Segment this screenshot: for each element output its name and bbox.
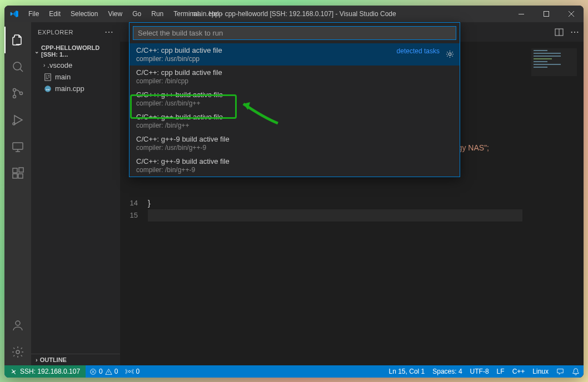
chevron-right-icon: › bbox=[36, 356, 38, 363]
task-primary: C/C++: g++-9 build active file bbox=[136, 135, 453, 143]
svg-rect-0 bbox=[519, 14, 524, 14]
task-secondary: compiler: /usr/bin/g++-9 bbox=[136, 144, 453, 152]
svg-point-20 bbox=[449, 53, 451, 56]
quick-input-picker: C/C++: cpp build active file compiler: /… bbox=[129, 22, 460, 177]
window-controls bbox=[509, 6, 584, 22]
remote-explorer-icon[interactable] bbox=[4, 133, 31, 160]
file-main-cpp[interactable]: ++ main.cpp bbox=[31, 83, 120, 94]
os-indicator[interactable]: Linux bbox=[529, 365, 552, 378]
svg-point-2 bbox=[13, 62, 21, 70]
ports-count: 0 bbox=[136, 368, 139, 375]
task-primary: C/C++: cpp build active file bbox=[136, 68, 453, 77]
task-primary: C/C++: g++ build active file bbox=[136, 91, 453, 99]
project-root[interactable]: ⌄ CPP-HELLOWORLD [SSH: 1... bbox=[31, 43, 120, 59]
explorer-tree: ⌄ CPP-HELLOWORLD [SSH: 1... › .vscode ma… bbox=[31, 42, 120, 96]
error-count: 0 bbox=[99, 368, 103, 375]
project-name: CPP-HELLOWORLD [SSH: 1... bbox=[41, 44, 117, 58]
svg-point-3 bbox=[13, 89, 16, 92]
outline-label: OUTLINE bbox=[40, 356, 67, 363]
task-secondary: compiler: /bin/g++ bbox=[136, 122, 453, 129]
explorer-icon[interactable] bbox=[4, 27, 31, 53]
extensions-icon[interactable] bbox=[4, 160, 31, 187]
maximize-button[interactable] bbox=[534, 6, 559, 22]
menu-file[interactable]: File bbox=[24, 8, 43, 20]
warning-count: 0 bbox=[114, 368, 118, 375]
indentation[interactable]: Spaces: 4 bbox=[428, 365, 466, 378]
task-item[interactable]: C/C++: cpp build active file compiler: /… bbox=[129, 66, 460, 88]
notifications-icon[interactable] bbox=[568, 365, 584, 378]
problems-indicator[interactable]: 0 0 bbox=[86, 365, 122, 378]
task-item[interactable]: C/C++: g++-9 build active file compiler:… bbox=[129, 132, 460, 154]
file-label: .vscode bbox=[47, 61, 72, 69]
eol[interactable]: LF bbox=[493, 365, 509, 378]
cursor-position[interactable]: Ln 15, Col 1 bbox=[385, 365, 429, 378]
menu-edit[interactable]: Edit bbox=[44, 8, 65, 20]
svg-point-12 bbox=[16, 321, 20, 325]
svg-rect-14 bbox=[45, 73, 51, 80]
svg-rect-10 bbox=[18, 174, 23, 178]
sidebar-header: EXPLORER ⋯ bbox=[31, 22, 120, 42]
ports-indicator[interactable]: 0 bbox=[122, 365, 143, 378]
sidebar-more-icon[interactable]: ⋯ bbox=[104, 27, 114, 37]
outline-section[interactable]: › OUTLINE bbox=[31, 354, 120, 365]
titlebar: File Edit Selection View Go Run Terminal… bbox=[4, 6, 584, 22]
chevron-right-icon: › bbox=[43, 62, 45, 68]
task-secondary: compiler: /bin/g++-9 bbox=[136, 166, 453, 174]
sidebar: EXPLORER ⋯ ⌄ CPP-HELLOWORLD [SSH: 1... ›… bbox=[31, 22, 120, 365]
search-icon[interactable] bbox=[4, 53, 31, 80]
file-label: main.cpp bbox=[55, 84, 84, 93]
minimap[interactable] bbox=[522, 42, 584, 365]
task-item[interactable]: C/C++: g++ build active file compiler: /… bbox=[129, 110, 460, 132]
binary-file-icon bbox=[43, 73, 52, 81]
svg-point-5 bbox=[20, 92, 23, 95]
feedback-icon[interactable] bbox=[552, 365, 568, 378]
task-item[interactable]: C/C++: g++-9 build active file compiler:… bbox=[129, 154, 460, 177]
settings-gear-icon[interactable] bbox=[4, 339, 31, 365]
active-line-highlight bbox=[148, 209, 522, 222]
file-label: main bbox=[55, 73, 71, 81]
language-mode[interactable]: C++ bbox=[509, 365, 529, 378]
line-number: 14 bbox=[120, 197, 138, 209]
task-secondary: compiler: /usr/bin/cpp bbox=[136, 55, 453, 63]
close-button[interactable] bbox=[559, 6, 584, 22]
detected-tasks-label: detected tasks bbox=[397, 47, 440, 55]
run-debug-icon[interactable] bbox=[4, 107, 31, 133]
source-control-icon[interactable] bbox=[4, 80, 31, 107]
quick-input-field[interactable] bbox=[133, 26, 456, 40]
window-title: main.cpp - cpp-helloworld [SSH: 192.168.… bbox=[192, 10, 396, 18]
svg-rect-9 bbox=[13, 174, 17, 178]
split-editor-icon[interactable] bbox=[555, 28, 564, 37]
menu-selection[interactable]: Selection bbox=[66, 8, 102, 20]
remote-indicator[interactable]: SSH: 192.168.0.107 bbox=[4, 365, 86, 378]
file-vscode-folder[interactable]: › .vscode bbox=[31, 59, 120, 71]
task-secondary: compiler: /bin/cpp bbox=[136, 77, 453, 85]
minimize-button[interactable] bbox=[509, 6, 534, 22]
editor-more-icon[interactable]: ⋯ bbox=[570, 27, 579, 37]
task-primary: C/C++: g++-9 build active file bbox=[136, 157, 453, 165]
task-item[interactable]: C/C++: g++ build active file compiler: /… bbox=[129, 88, 460, 110]
remote-label: SSH: 192.168.0.107 bbox=[20, 368, 80, 375]
svg-rect-8 bbox=[13, 168, 17, 173]
cpp-file-icon: ++ bbox=[43, 85, 52, 93]
line-number: 15 bbox=[120, 209, 138, 222]
activity-bar bbox=[4, 22, 31, 365]
svg-rect-7 bbox=[13, 143, 23, 149]
task-secondary: compiler: /usr/bin/g++ bbox=[136, 99, 453, 107]
svg-rect-1 bbox=[544, 12, 549, 17]
svg-point-4 bbox=[13, 96, 16, 98]
task-list: C/C++: cpp build active file compiler: /… bbox=[129, 43, 460, 177]
task-primary: C/C++: g++ build active file bbox=[136, 113, 453, 121]
task-item[interactable]: C/C++: cpp build active file compiler: /… bbox=[129, 43, 460, 66]
svg-point-19 bbox=[129, 370, 131, 373]
svg-text:++: ++ bbox=[46, 87, 50, 91]
encoding[interactable]: UTF-8 bbox=[466, 365, 493, 378]
svg-rect-11 bbox=[19, 168, 23, 172]
account-icon[interactable] bbox=[4, 312, 31, 339]
menu-run[interactable]: Run bbox=[147, 8, 168, 20]
svg-point-6 bbox=[13, 123, 15, 125]
menu-go[interactable]: Go bbox=[128, 8, 146, 20]
file-main-binary[interactable]: main bbox=[31, 71, 120, 83]
configure-task-gear-icon[interactable] bbox=[446, 50, 454, 58]
sidebar-title: EXPLORER bbox=[38, 29, 73, 36]
menu-view[interactable]: View bbox=[103, 8, 127, 20]
